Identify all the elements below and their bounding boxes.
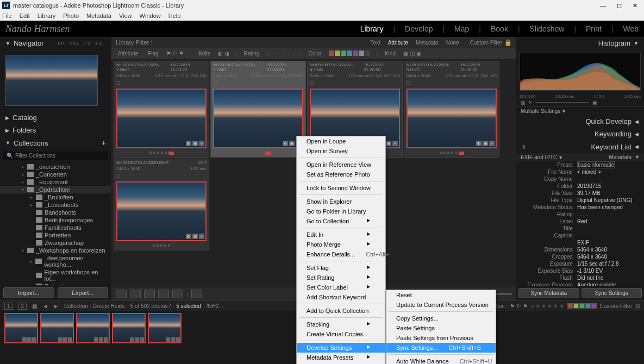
collection-item[interactable]: ▸_Bruiloften — [0, 193, 111, 201]
menu-help[interactable]: Help — [168, 12, 181, 19]
collection-item[interactable]: Portretten — [0, 231, 111, 239]
module-book[interactable]: Book — [491, 24, 508, 33]
collection-item[interactable]: Familieshoots — [0, 224, 111, 231]
nav-mode-1:3[interactable]: 1:3 — [95, 41, 102, 46]
module-print[interactable]: Print — [586, 24, 602, 33]
custom-filter-fs[interactable]: Custom Filter — [600, 303, 632, 309]
collection-item[interactable]: ▾_Workshops en fotoreizen — [0, 247, 111, 254]
menu-item[interactable]: Open in Loupe — [297, 136, 385, 146]
grid-cell[interactable]: NH20190715-212020-2.DNG15-7-2019 21:20:2… — [114, 61, 209, 158]
menu-item[interactable]: Set Rating▶ — [297, 273, 385, 283]
menu-item[interactable]: Open in Reference View — [297, 160, 385, 170]
collection-item[interactable]: ▾_Opdrachten — [0, 186, 111, 193]
survey-view-button[interactable] — [158, 290, 169, 298]
lock-icon[interactable]: 🔒 — [504, 39, 512, 46]
filmstrip-thumb[interactable] — [40, 313, 74, 343]
filmstrip-thumb[interactable] — [4, 313, 38, 343]
menu-item[interactable]: Auto White BalanceCtrl+Shift+U — [386, 356, 496, 364]
menu-item[interactable]: Set as Reference Photo — [297, 170, 385, 179]
module-map[interactable]: Map — [454, 24, 469, 33]
histogram-header[interactable]: Histogram▼ — [516, 37, 644, 49]
filter-collections-input[interactable]: 🔍Filter Collections — [3, 152, 108, 160]
sync-metadata-button[interactable]: Sync Metadata — [518, 288, 579, 298]
label-filter[interactable] — [567, 303, 597, 309]
histogram-chart[interactable] — [520, 53, 641, 91]
menu-view[interactable]: View — [119, 12, 132, 19]
plus-icon[interactable]: + — [102, 139, 106, 147]
context-menu[interactable]: Open in LoupeOpen in SurveyOpen in Refer… — [296, 136, 386, 364]
menu-photo[interactable]: Photo — [63, 12, 79, 19]
module-library[interactable]: Library — [360, 24, 384, 33]
menu-item[interactable]: Set Flag▶ — [297, 263, 385, 273]
menu-item[interactable]: Develop Settings▶ — [297, 343, 385, 353]
menu-file[interactable]: File — [2, 12, 12, 19]
collection-item[interactable]: Zwangerschap — [0, 239, 111, 247]
menu-item[interactable]: Metadata Presets▶ — [297, 353, 385, 362]
menu-item[interactable]: Add to Quick Collection — [297, 306, 385, 316]
grid-cell[interactable]: NH20190715-212020.DNG15-75464 x 36401/15… — [114, 159, 209, 250]
menu-item[interactable]: Paste Settings — [386, 323, 496, 333]
collection-item[interactable]: ▸_Concerten — [0, 171, 111, 178]
menu-item[interactable]: Photo Merge▶ — [297, 240, 385, 249]
menu-item[interactable]: Show in Explorer — [297, 197, 385, 206]
filter-tab-metadata[interactable]: Metadata — [416, 40, 439, 46]
rating-filter[interactable]: ≥····· — [267, 51, 293, 57]
menu-item[interactable]: Open in Survey — [297, 146, 385, 156]
menu-item[interactable]: Stacking▶ — [297, 319, 385, 329]
color-filter[interactable] — [329, 51, 370, 56]
minimize-button[interactable]: — — [600, 2, 606, 9]
preset-dropdown[interactable]: basisinformatie — [577, 161, 615, 168]
navigator-preview[interactable] — [0, 49, 111, 111]
keyword-list-header[interactable]: +Keyword List◀ — [516, 140, 644, 153]
filter-tab-attribute[interactable]: Attribute — [388, 40, 408, 46]
menu-item[interactable]: Go to Collection▶ — [297, 216, 385, 226]
sync-settings-button[interactable]: Sync Settings — [582, 288, 642, 298]
menu-item[interactable]: Enhance Details...Ctrl+Alt+I — [297, 249, 385, 259]
grid-cell[interactable]: NH20190715-212020-5.DNG15-7-2019 21:20:2… — [404, 61, 499, 158]
custom-filter-dropdown[interactable]: Custom Filter — [470, 40, 502, 46]
menu-item[interactable]: Sync Settings...Ctrl+Shift+S — [386, 343, 496, 353]
menu-item[interactable]: Go to Folder in Library — [297, 206, 385, 216]
menu-item[interactable]: Update to Current Process Version — [386, 300, 496, 310]
collection-item[interactable]: Eigen workshops en fot... — [0, 268, 111, 283]
menu-window[interactable]: Window — [140, 12, 161, 19]
keywording-header[interactable]: Keywording◀ — [516, 128, 644, 140]
quick-develop-header[interactable]: Quick Develop◀ — [516, 115, 644, 128]
filter-lock-icon[interactable]: ⊟ — [635, 303, 640, 309]
menu-edit[interactable]: Edit — [20, 12, 30, 19]
filmstrip-thumb[interactable] — [76, 313, 110, 343]
filmstrip-thumb[interactable] — [112, 313, 146, 343]
catalog-header[interactable]: ▶Catalog — [0, 111, 111, 124]
module-develop[interactable]: Develop — [405, 24, 433, 33]
collection-item[interactable]: ▸_Equipment — [0, 178, 111, 186]
grid-icon[interactable]: ▦ — [32, 303, 37, 309]
loupe-view-button[interactable] — [130, 290, 141, 298]
import-button[interactable]: Import... — [3, 287, 54, 298]
filter-tab-none[interactable]: None — [446, 40, 459, 46]
module-web[interactable]: Web — [623, 24, 639, 33]
collection-item[interactable]: ▸_Loveshoots — [0, 201, 111, 209]
collection-item[interactable]: Bandshoots — [0, 209, 111, 216]
people-view-button[interactable] — [172, 290, 183, 298]
nav-mode-1:1[interactable]: 1:1 — [84, 41, 91, 46]
back-icon[interactable]: ◄ — [42, 303, 48, 309]
histo-slider[interactable] — [535, 102, 589, 103]
menu-item[interactable]: Reset — [386, 290, 496, 300]
export-button[interactable]: Export... — [58, 287, 109, 298]
flag-icons[interactable]: ⚑ ⚐ ⚑ — [166, 51, 184, 57]
module-slideshow[interactable]: Slideshow — [530, 24, 565, 33]
collection-item[interactable]: ▸_deelgenomen-worksho... — [0, 254, 111, 268]
compare-view-button[interactable] — [144, 290, 155, 298]
menu-item[interactable]: Edit In▶ — [297, 230, 385, 240]
menu-item[interactable]: Copy Settings... — [386, 313, 496, 323]
screen1-icon[interactable]: 1 — [4, 303, 13, 310]
navigator-header[interactable]: ▼ Navigator FITFILL1:11:3 — [0, 37, 111, 49]
nav-mode-FILL[interactable]: FILL — [70, 41, 79, 46]
filter-tab-text[interactable]: Text — [370, 40, 380, 46]
menu-item[interactable]: Set Color Label▶ — [297, 283, 385, 292]
maximize-button[interactable]: ◻ — [617, 2, 622, 9]
grid-view-button[interactable] — [116, 290, 127, 298]
grid-cell[interactable]: NH20190715-212020-3.DNG15-7-2019 21:20:2… — [210, 61, 306, 158]
develop-settings-submenu[interactable]: ResetUpdate to Current Process VersionCo… — [386, 290, 496, 364]
menu-item[interactable]: Create Virtual Copies — [297, 329, 385, 339]
